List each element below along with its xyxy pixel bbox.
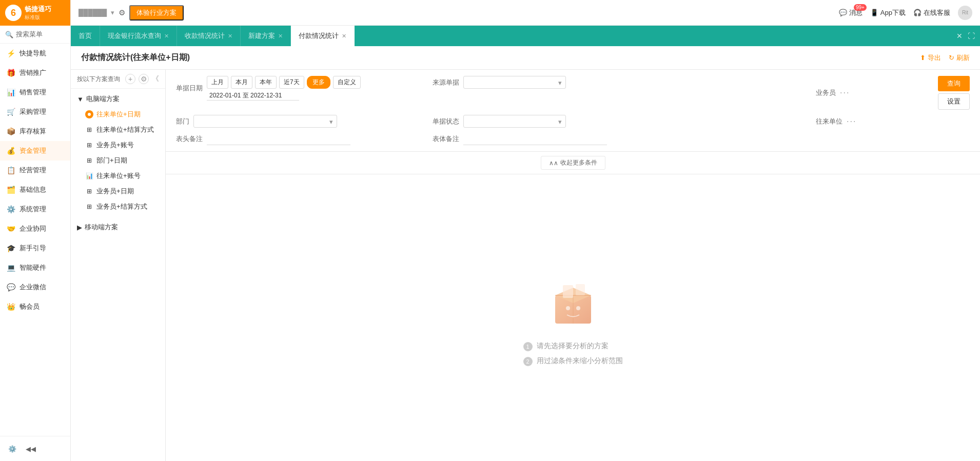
settings-footer-btn[interactable]: ⚙️ — [5, 442, 19, 456]
sidebar-nav: ⚡ 快捷导航 🎁 营销推广 📊 销售管理 🛒 采购管理 📦 库存核算 💰 资金管… — [0, 44, 70, 436]
sidebar-item-label: 新手引导 — [19, 244, 46, 253]
sidebar-footer: ⚙️ ◀◀ — [0, 436, 70, 461]
sidebar-item-operations[interactable]: 📋 经营管理 — [0, 161, 70, 180]
finance-icon: 💰 — [6, 146, 15, 155]
tabs-bar: 首页 现金银行流水查询 ✕ 收款情况统计 ✕ 新建方案 ✕ 付款情况统计 ✕ ✕… — [71, 26, 980, 46]
tab-new-scheme-close[interactable]: ✕ — [278, 33, 283, 39]
enterprise-icon: 🤝 — [6, 224, 15, 233]
collapse-left-panel-btn[interactable]: 《 — [152, 74, 159, 84]
add-scheme-btn[interactable]: + — [125, 74, 135, 84]
sidebar-item-member[interactable]: 👑 畅会员 — [0, 297, 70, 316]
body-note-input[interactable] — [463, 133, 607, 145]
trial-btn[interactable]: 体验行业方案 — [129, 5, 184, 21]
sidebar-item-guide[interactable]: 🎓 新手引导 — [0, 238, 70, 258]
tab-receipts-close[interactable]: ✕ — [228, 33, 232, 39]
page-title: 付款情况统计(往来单位+日期) — [81, 52, 190, 63]
scheme-group-mobile-title[interactable]: ▶ 移动端方案 — [71, 219, 165, 235]
tab-payments[interactable]: 付款情况统计 ✕ — [291, 26, 355, 46]
sidebar-item-system[interactable]: ⚙️ 系统管理 — [0, 199, 70, 219]
header-note-input[interactable] — [207, 133, 350, 145]
app-version: 标准版 — [25, 14, 51, 21]
table-icon: ⊞ — [85, 156, 93, 165]
date-btn-this-month[interactable]: 本月 — [231, 76, 252, 89]
sidebar-item-wechat[interactable]: 💬 企业微信 — [0, 277, 70, 297]
collapse-sidebar-btn[interactable]: ◀◀ — [24, 442, 38, 456]
date-btn-row: 上月 本月 本年 近7天 更多 自定义 — [207, 76, 361, 89]
scheme-item-label: 往来单位+日期 — [96, 110, 141, 119]
scheme-item-counterpart-payment[interactable]: ⊞ 往来单位+结算方式 — [71, 122, 165, 137]
group-collapse-icon: ▶ — [77, 224, 82, 231]
tab-cash-flow-label: 现金银行流水查询 — [108, 31, 161, 41]
table-icon: ⊞ — [85, 126, 93, 134]
date-btn-this-year[interactable]: 本年 — [255, 76, 277, 89]
collapse-more-btn[interactable]: ∧∧ 收起更多条件 — [541, 156, 605, 170]
scheme-item-salesperson-payment[interactable]: ⊞ 业务员+结算方式 — [71, 199, 165, 214]
tab-cash-flow-close[interactable]: ✕ — [164, 33, 169, 39]
scheme-settings-btn[interactable]: ⚙ — [139, 74, 149, 84]
chart-icon: 📊 — [85, 172, 93, 180]
table-icon: ⊞ — [85, 141, 93, 149]
topbar: ██████ ▾ ⚙ 体验行业方案 💬 消息 99+ 📱 App下载 🎧 在线客… — [71, 0, 980, 26]
sidebar-item-basic-info[interactable]: 🗂️ 基础信息 — [0, 180, 70, 199]
messages-badge: 99+ — [854, 4, 867, 11]
tab-new-scheme[interactable]: 新建方案 ✕ — [241, 26, 291, 46]
empty-state-icon — [542, 270, 604, 331]
sidebar-item-label: 营销推广 — [19, 68, 46, 77]
date-btn-last-month[interactable]: 上月 — [207, 76, 228, 89]
date-range-input[interactable] — [207, 91, 299, 101]
scheme-item-salesperson-account[interactable]: ⊞ 业务员+账号 — [71, 137, 165, 153]
sidebar-item-label: 资金管理 — [19, 146, 46, 155]
salesperson-dots[interactable]: ··· — [840, 88, 850, 97]
tab-receipts[interactable]: 收款情况统计 ✕ — [177, 26, 241, 46]
scheme-item-salesperson-date[interactable]: ⊞ 业务员+日期 — [71, 184, 165, 199]
export-icon: ⬆ — [920, 54, 926, 62]
status-label: 单据状态 — [433, 117, 459, 126]
tab-cash-flow[interactable]: 现金银行流水查询 ✕ — [100, 26, 177, 46]
tab-home[interactable]: 首页 — [71, 26, 100, 46]
tab-expand-btn[interactable]: ⛶ — [968, 32, 975, 40]
settings-btn[interactable]: 设置 — [938, 93, 970, 110]
dept-filter-group: 部门 — [176, 115, 433, 128]
sidebar-item-label: 企业微信 — [19, 283, 46, 292]
settings-icon[interactable]: ⚙ — [119, 8, 125, 17]
sidebar-item-enterprise[interactable]: 🤝 企业协同 — [0, 219, 70, 238]
export-label: 导出 — [928, 53, 941, 63]
dept-select[interactable] — [193, 115, 337, 128]
query-btn[interactable]: 查询 — [938, 76, 970, 91]
service-icon: 🎧 — [913, 9, 922, 16]
date-btn-more[interactable]: 更多 — [307, 76, 330, 89]
refresh-btn[interactable]: ↻ 刷新 — [949, 53, 970, 63]
source-select[interactable] — [463, 76, 566, 89]
counterpart-dots[interactable]: ··· — [847, 117, 856, 126]
left-panel-title: 按以下方案查询 — [77, 75, 120, 84]
search-menu-item[interactable]: 🔍 搜索菜单 — [0, 26, 70, 44]
export-btn[interactable]: ⬆ 导出 — [920, 53, 941, 63]
sidebar-item-hardware[interactable]: 💻 智能硬件 — [0, 258, 70, 277]
messages-btn[interactable]: 💬 消息 99+ — [839, 8, 863, 17]
sidebar-item-inventory[interactable]: 📦 库存核算 — [0, 122, 70, 141]
tip-text-2: 用过滤条件来缩小分析范围 — [537, 356, 623, 366]
scheme-group-desktop-title[interactable]: ▼ 电脑端方案 — [71, 91, 165, 107]
left-panel-header: 按以下方案查询 + ⚙ 《 — [71, 70, 165, 89]
scheme-item-counterpart-account[interactable]: 📊 往来单位+账号 — [71, 168, 165, 184]
online-service-btn[interactable]: 🎧 在线客服 — [913, 8, 950, 17]
tab-payments-close[interactable]: ✕ — [342, 33, 346, 39]
sidebar-item-quick-nav[interactable]: ⚡ 快捷导航 — [0, 44, 70, 63]
sidebar-item-purchase[interactable]: 🛒 采购管理 — [0, 102, 70, 122]
scheme-item-dept-date[interactable]: ⊞ 部门+日期 — [71, 153, 165, 168]
table-icon: ⊞ — [85, 203, 93, 211]
date-btn-7days[interactable]: 近7天 — [279, 76, 304, 89]
page-actions: ⬆ 导出 ↻ 刷新 — [920, 53, 970, 63]
right-content: 单据日期 上月 本月 本年 近7天 更多 自定义 — [166, 70, 980, 461]
tab-close-all-btn[interactable]: ✕ — [956, 32, 963, 40]
user-avatar[interactable]: Rit — [958, 6, 972, 20]
date-btn-custom[interactable]: 自定义 — [333, 76, 361, 89]
sidebar-item-sales[interactable]: 📊 销售管理 — [0, 83, 70, 102]
filter-row-2: 部门 单据状态 — [176, 115, 970, 128]
app-download-btn[interactable]: 📱 App下载 — [870, 8, 906, 17]
status-select[interactable] — [463, 115, 566, 128]
sidebar-item-finance[interactable]: 💰 资金管理 — [0, 141, 70, 161]
scheme-item-counterpart-date[interactable]: 往来单位+日期 — [71, 107, 165, 122]
sidebar-item-marketing[interactable]: 🎁 营销推广 — [0, 63, 70, 83]
user-dropdown-arrow[interactable]: ▾ — [111, 9, 114, 16]
